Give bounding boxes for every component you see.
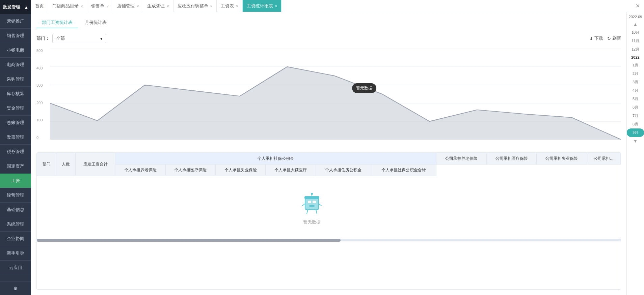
col-personal-medical: 个人承担医疗保险 — [165, 165, 215, 176]
col-company-unemploy: 公司承担失业保险 — [537, 153, 587, 165]
sidebar-item-库存核算[interactable]: 库存核算 — [0, 87, 31, 101]
sub-tab-month[interactable]: 月份统计表 — [79, 18, 112, 28]
tab-close-icon[interactable]: × — [106, 4, 108, 8]
sidebar-item-税务管理[interactable]: 税务管理 — [0, 145, 31, 159]
calendar-down-nav[interactable]: ▼ — [632, 137, 639, 145]
tab-应收应付调整单[interactable]: 应收应付调整单× — [173, 0, 217, 12]
dept-value: 全部 — [56, 35, 65, 41]
sidebar-item-总账管理[interactable]: 总账管理 — [0, 116, 31, 130]
calendar-month-4[interactable]: 4月 — [627, 86, 644, 95]
sidebar-footer-settings[interactable]: ⚙ — [0, 282, 31, 295]
svg-rect-11 — [304, 196, 319, 199]
tab-close-icon[interactable]: × — [137, 4, 139, 8]
sidebar-item-小畅电商[interactable]: 小畅电商 — [0, 43, 31, 58]
sidebar-item-销售管理[interactable]: 销售管理 — [0, 29, 31, 43]
sidebar-item-云应用[interactable]: 云应用 — [0, 261, 31, 275]
tab-close-icon[interactable]: × — [167, 4, 169, 8]
y-label-100: 100 — [36, 118, 50, 122]
download-icon: ⬇ — [589, 36, 593, 41]
tab-工资表[interactable]: 工资表× — [217, 0, 242, 12]
svg-line-17 — [316, 210, 317, 214]
chart-svg — [50, 49, 621, 140]
sidebar-item-发票管理[interactable]: 发票管理 — [0, 130, 31, 145]
calendar-month-9[interactable]: 9月 — [627, 128, 644, 137]
col-personal-total: 个人承担社保公积金合计 — [371, 165, 436, 176]
tab-生成凭证[interactable]: 生成凭证× — [143, 0, 173, 12]
sidebar-item-资金管理[interactable]: 资金管理 — [0, 101, 31, 116]
main-area: 首页门店商品目录×销售单×店铺管理×生成凭证×应收应付调整单×工资表×工资统计报… — [31, 0, 644, 295]
tab-门店商品目录[interactable]: 门店商品目录× — [48, 0, 87, 12]
sidebar-item-工资[interactable]: 工资 — [0, 174, 31, 188]
tab-close-icon[interactable]: × — [236, 4, 238, 8]
refresh-icon: ↻ — [607, 36, 611, 41]
svg-line-16 — [307, 210, 308, 214]
sidebar-item-系统管理[interactable]: 系统管理 — [0, 217, 31, 232]
sidebar-item-电商管理[interactable]: 电商管理 — [0, 58, 31, 72]
toolbar: 部门： 全部 ▾ ⬇ 下载 ↻ 刷新 — [36, 34, 621, 43]
col-group-personal: 个人承担社保公积金 — [115, 153, 436, 165]
calendar-month-2[interactable]: 2月 — [627, 69, 644, 78]
calendar-month-10[interactable]: 10月 — [627, 28, 644, 37]
empty-text: 暂无数据 — [303, 219, 321, 225]
sidebar-item-基础信息[interactable]: 基础信息 — [0, 203, 31, 217]
sidebar-item-新手引导[interactable]: 新手引导 — [0, 246, 31, 261]
tab-销售单[interactable]: 销售单× — [87, 0, 113, 12]
calendar-month-6[interactable]: 6月 — [627, 103, 644, 112]
svg-rect-7 — [305, 198, 319, 210]
empty-state: 暂无数据 — [37, 176, 587, 239]
y-label-0: 0 — [36, 136, 50, 140]
calendar-month-8[interactable]: 8月 — [627, 120, 644, 128]
sidebar-item-采购管理[interactable]: 采购管理 — [0, 72, 31, 87]
col-dept: 部门 — [37, 153, 56, 176]
sidebar-item-经营管理[interactable]: 经营管理 — [0, 188, 31, 203]
refresh-label: 刷新 — [612, 35, 621, 41]
calendar-month-5[interactable]: 5月 — [627, 95, 644, 103]
col-company-more: 公司承担... — [587, 153, 620, 165]
close-all-tabs-button[interactable]: ✕ — [636, 3, 640, 9]
calendar-month-1[interactable]: 1月 — [627, 61, 644, 69]
col-personal-pension: 个人承担养老保险 — [115, 165, 165, 176]
tab-close-icon[interactable]: × — [275, 4, 277, 8]
main-panel: 部门工资统计表 月份统计表 部门： 全部 ▾ ⬇ 下载 ↻ 刷新 — [31, 12, 626, 295]
chart-container: 0 100 200 300 400 500 — [36, 49, 621, 150]
download-label: 下载 — [594, 35, 603, 41]
tab-close-icon[interactable]: × — [81, 4, 83, 8]
calendar-month-11[interactable]: 11月 — [627, 37, 644, 45]
dept-select[interactable]: 全部 ▾ — [52, 34, 106, 43]
sidebar-item-营销推广[interactable]: 营销推广 — [0, 14, 31, 29]
sub-tab-dept[interactable]: 部门工资统计表 — [36, 18, 78, 28]
data-table-wrap[interactable]: 部门 人数 应发工资合计 个人承担社保公积金 公司承担养老保险 公司承担医疗保险… — [36, 152, 621, 290]
calendar-month-3[interactable]: 3月 — [627, 78, 644, 86]
empty-icon — [298, 189, 325, 216]
y-label-400: 400 — [36, 66, 50, 70]
dept-label: 部门： — [36, 35, 50, 41]
calendar-year-label: 2022.09 — [628, 13, 643, 20]
svg-line-14 — [302, 204, 305, 206]
svg-rect-9 — [313, 201, 316, 203]
tab-工资统计报表[interactable]: 工资统计报表× — [243, 0, 281, 12]
y-label-200: 200 — [36, 101, 50, 105]
calendar-year-2022: 2022 — [627, 54, 644, 61]
calendar-month-12[interactable]: 12月 — [627, 45, 644, 54]
calendar-month-7[interactable]: 7月 — [627, 112, 644, 120]
col-count: 人数 — [56, 153, 76, 176]
toolbar-right: ⬇ 下载 ↻ 刷新 — [589, 35, 621, 41]
sidebar-toggle-icon: ▲ — [24, 5, 28, 10]
calendar-up-nav[interactable]: ▲ — [632, 20, 639, 28]
tab-店铺管理[interactable]: 店铺管理× — [113, 0, 143, 12]
sub-tabs: 部门工资统计表 月份统计表 — [36, 18, 621, 28]
content-area: 部门工资统计表 月份统计表 部门： 全部 ▾ ⬇ 下载 ↻ 刷新 — [31, 12, 644, 295]
settings-icon: ⚙ — [14, 286, 18, 291]
chart-no-data-tooltip: 暂无数据 — [352, 83, 376, 93]
sidebar-item-固定资产[interactable]: 固定资产 — [0, 159, 31, 174]
tab-close-icon[interactable]: × — [210, 4, 212, 8]
tab-spacer: ✕ — [636, 3, 643, 9]
svg-line-15 — [319, 204, 321, 206]
refresh-button[interactable]: ↻ 刷新 — [607, 35, 621, 41]
sidebar-item-企业协同[interactable]: 企业协同 — [0, 232, 31, 246]
chart-inner: 暂无数据 — [50, 49, 621, 140]
download-button[interactable]: ⬇ 下载 — [589, 35, 603, 41]
col-company-medical: 公司承担医疗保险 — [486, 153, 536, 165]
tab-首页[interactable]: 首页 — [31, 0, 48, 12]
sidebar-header[interactable]: 批发管理 ▲ — [0, 0, 31, 14]
